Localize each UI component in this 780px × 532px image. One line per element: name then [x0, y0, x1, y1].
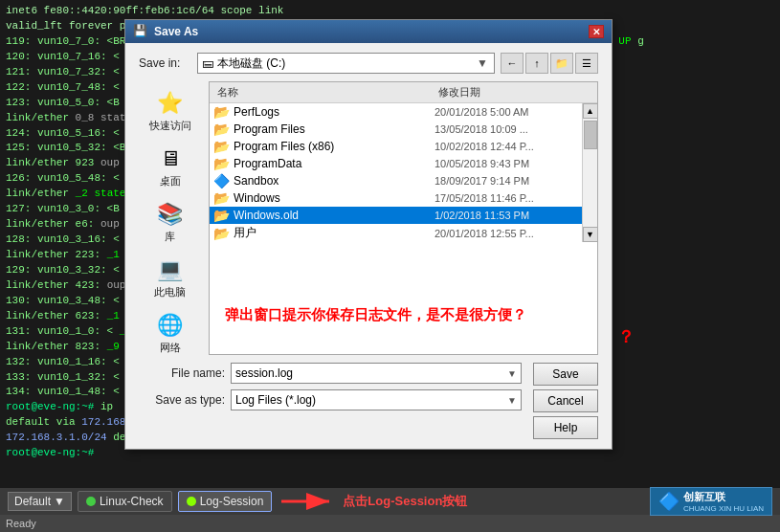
- file-item-program-files-x86[interactable]: 📂 Program Files (x86) 10/02/2018 12:44 P…: [210, 138, 582, 155]
- tab-log-session-label: Log-Session: [200, 495, 264, 508]
- filename-combo[interactable]: session.log ▼: [231, 363, 522, 384]
- desktop-icon: 🖥: [160, 146, 181, 171]
- file-name-windows-old: Windows.old: [234, 209, 435, 222]
- save-in-combo[interactable]: 🖴 本地磁盘 (C:) ▼: [197, 53, 495, 74]
- file-name-program-files-x86: Program Files (x86): [234, 140, 435, 153]
- folder-icon: 📂: [213, 122, 230, 137]
- logo-sub-text: CHUANG XIN HU LIAN: [683, 504, 764, 513]
- file-date-sandbox: 18/09/2017 9:14 PM: [435, 175, 578, 187]
- dialog-close-button[interactable]: ✕: [589, 25, 604, 38]
- drive-icon: 🖴: [202, 56, 213, 70]
- file-name-programdata: ProgramData: [234, 157, 435, 170]
- session-dropdown-label: Default: [14, 495, 51, 508]
- dialog-title-text: Save As: [154, 25, 198, 38]
- red-arrow-icon: [281, 492, 339, 511]
- back-button[interactable]: ←: [501, 53, 524, 74]
- shortcut-desktop-label: 桌面: [160, 174, 181, 188]
- tab-annotation-area: 点击Log-Session按钮: [281, 492, 467, 511]
- shortcut-quick-access[interactable]: ⭐ 快速访问: [142, 91, 199, 133]
- shortcuts-sidebar: ⭐ 快速访问 🖥 桌面 📚 库 💻 此电脑 🌐 网络: [139, 81, 201, 355]
- shortcut-computer[interactable]: 💻 此电脑: [142, 257, 199, 299]
- library-icon: 📚: [157, 202, 183, 227]
- tab-dot-log-session: [187, 497, 196, 506]
- file-item-windows[interactable]: 📂 Windows 17/05/2018 11:46 P...: [210, 189, 582, 207]
- file-name-program-files: Program Files: [234, 122, 435, 136]
- logo-main-text: 创新互联: [683, 490, 764, 504]
- star-icon: ⭐: [157, 91, 183, 116]
- col-name-header: 名称: [213, 84, 435, 100]
- folder-icon: 📂: [213, 226, 230, 241]
- logo-icon: 🔷: [658, 491, 680, 512]
- file-date-windows: 17/05/2018 11:46 P...: [435, 192, 578, 204]
- dialog-title-left: 💾 Save As: [133, 24, 198, 39]
- file-list-content: 📂 PerfLogs 20/01/2018 5:00 AM 📂 Program …: [210, 103, 597, 242]
- dialog-buttons: Save Cancel Help: [533, 363, 598, 439]
- file-scrollbar[interactable]: ▲ ▼: [582, 103, 597, 242]
- logo-box: 🔷 创新互联 CHUANG XIN HU LIAN: [650, 487, 772, 516]
- tab-linux-check[interactable]: Linux-Check: [78, 491, 172, 512]
- dialog-titlebar: 💾 Save As ✕: [125, 20, 612, 43]
- file-item-program-files[interactable]: 📂 Program Files 13/05/2018 10:09 ...: [210, 121, 582, 138]
- save-in-value: 本地磁盘 (C:): [217, 55, 285, 72]
- save-button[interactable]: Save: [533, 363, 598, 386]
- scroll-thumb[interactable]: [584, 121, 597, 149]
- folder-icon: 📂: [213, 190, 230, 206]
- tab-log-session[interactable]: Log-Session: [178, 491, 273, 512]
- shortcut-network-label: 网络: [160, 341, 181, 355]
- tab-bar: Default ▼ Linux-Check Log-Session 点击Log-…: [0, 488, 780, 515]
- help-button[interactable]: Help: [533, 416, 598, 439]
- file-name-users: 用户: [234, 225, 435, 241]
- filename-label: File name:: [139, 366, 225, 380]
- network-icon: 🌐: [157, 313, 183, 338]
- file-item-programdata[interactable]: 📂 ProgramData 10/05/2018 9:43 PM: [210, 155, 582, 172]
- cancel-button[interactable]: Cancel: [533, 389, 598, 412]
- filetype-value: Log Files (*.log): [235, 393, 507, 407]
- toolbar-icons: ← ↑ 📁 ☰: [501, 53, 598, 74]
- shortcut-desktop[interactable]: 🖥 桌面: [142, 146, 199, 188]
- session-dropdown[interactable]: Default ▼: [8, 492, 72, 511]
- annotation-question-mark: ？: [617, 325, 635, 348]
- dropdown-arrow-icon: ▼: [54, 495, 65, 508]
- computer-icon: 💻: [157, 257, 183, 282]
- filename-row: File name: session.log ▼: [139, 363, 522, 384]
- tab-dot-linux-check: [86, 497, 96, 506]
- ready-label: Ready: [6, 518, 36, 529]
- filetype-combo[interactable]: Log Files (*.log) ▼: [231, 389, 522, 410]
- save-icon: 💾: [133, 24, 148, 39]
- shortcut-computer-label: 此电脑: [154, 285, 186, 299]
- filename-value: session.log: [235, 366, 507, 380]
- file-list-header: 名称 修改日期: [210, 82, 597, 103]
- save-in-label: Save in:: [139, 56, 191, 70]
- folder-icon: 📂: [213, 208, 230, 223]
- file-name-sandbox: Sandbox: [234, 174, 435, 188]
- folder-icon: 📂: [213, 104, 230, 120]
- save-as-dialog: 💾 Save As ✕ Save in: 🖴 本地磁盘 (C:) ▼ ← ↑ 📁…: [124, 19, 613, 450]
- file-date-program-files: 13/05/2018 10:09 ...: [435, 123, 578, 135]
- scroll-up-arrow[interactable]: ▲: [583, 103, 598, 119]
- folder-icon: 📂: [213, 156, 230, 171]
- form-bottom-area: File name: session.log ▼ Save as type: L…: [139, 363, 598, 439]
- logo-text-area: 创新互联 CHUANG XIN HU LIAN: [683, 490, 764, 513]
- scroll-down-arrow[interactable]: ▼: [583, 227, 598, 242]
- tab-linux-check-label: Linux-Check: [100, 495, 164, 508]
- shortcut-network[interactable]: 🌐 网络: [142, 313, 199, 355]
- shortcut-quick-access-label: 快速访问: [149, 119, 191, 133]
- file-item-sandbox[interactable]: 🔷 Sandbox 18/09/2017 9:14 PM: [210, 172, 582, 189]
- up-button[interactable]: ↑: [525, 53, 548, 74]
- new-folder-button[interactable]: 📁: [550, 53, 573, 74]
- file-date-users: 20/01/2018 12:55 P...: [435, 228, 578, 239]
- annotation-popup-text: 弹出窗口提示你保存日志文件，是不是很方便？: [225, 306, 526, 324]
- filename-dropdown-icon: ▼: [507, 368, 517, 379]
- view-button[interactable]: ☰: [575, 53, 598, 74]
- file-item-windows-old[interactable]: 📂 Windows.old 1/02/2018 11:53 PM: [210, 207, 582, 224]
- filetype-row: Save as type: Log Files (*.log) ▼: [139, 389, 522, 410]
- folder-icon: 📂: [213, 139, 230, 154]
- shortcut-library[interactable]: 📚 库: [142, 202, 199, 244]
- chevron-down-icon: ▼: [475, 56, 490, 70]
- file-item-users[interactable]: 📂 用户 20/01/2018 12:55 P...: [210, 224, 582, 242]
- file-date-windows-old: 1/02/2018 11:53 PM: [435, 210, 578, 221]
- file-list-body: 📂 PerfLogs 20/01/2018 5:00 AM 📂 Program …: [210, 103, 582, 242]
- logo-area: 🔷 创新互联 CHUANG XIN HU LIAN: [650, 487, 772, 516]
- file-date-perflogs: 20/01/2018 5:00 AM: [435, 106, 578, 118]
- file-item-perflogs[interactable]: 📂 PerfLogs 20/01/2018 5:00 AM: [210, 103, 582, 121]
